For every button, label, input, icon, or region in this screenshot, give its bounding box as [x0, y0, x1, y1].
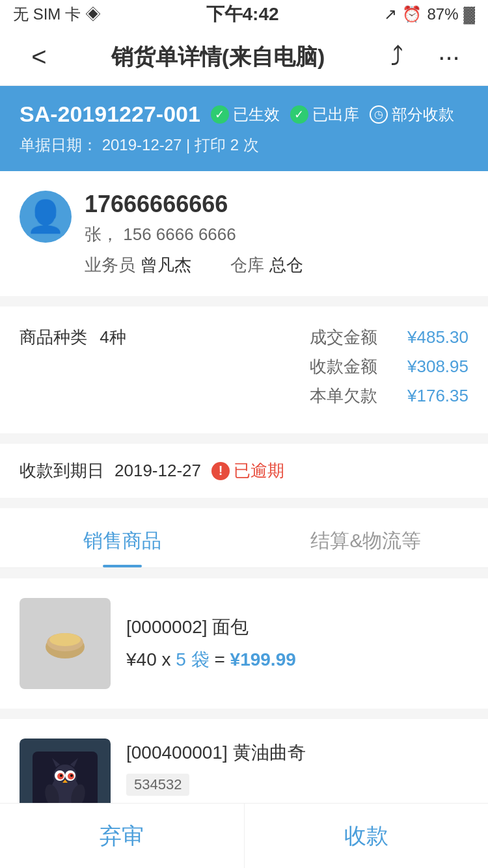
customer-id: 17666666666	[85, 191, 468, 218]
svg-point-2	[49, 633, 81, 646]
status-label-1: 已生效	[233, 104, 280, 125]
due-date-section: 收款到期日 2019-12-27 ! 已逾期	[0, 444, 488, 498]
tab-settlement-label: 结算&物流等	[310, 530, 421, 551]
status-label-2: 已出库	[312, 104, 359, 125]
deal-amount-row: 成交金额 ¥485.30	[310, 326, 468, 349]
deal-amount-value: ¥485.30	[390, 327, 468, 347]
battery-text: 87%	[427, 5, 458, 23]
svg-point-12	[60, 774, 62, 777]
avatar: 👤	[20, 191, 72, 243]
debt-value: ¥176.35	[390, 386, 468, 406]
nav-actions: ⤴ ···	[377, 42, 468, 72]
product-item: [0000002] 面包 ¥40 x 5 袋 = ¥199.99	[0, 578, 488, 709]
status-delivered: ✓ 已出库	[290, 104, 359, 125]
price-multiply-1: x	[162, 649, 176, 670]
due-date-value: 2019-12-27	[115, 461, 201, 481]
bread-icon	[39, 617, 91, 670]
price-value-1: ¥40	[126, 649, 157, 670]
price-equals-1: =	[214, 649, 230, 670]
check-icon-2: ✓	[290, 105, 308, 124]
salesperson-label: 业务员	[85, 254, 135, 277]
order-header: SA-20191227-001 ✓ 已生效 ✓ 已出库 ◷ 部分收款 单据日期：…	[0, 86, 488, 171]
battery-icon: ▓	[463, 5, 475, 23]
product-code-1: [0000002]	[126, 617, 208, 637]
stats-section: 商品种类 4种 成交金额 ¥485.30 收款金额 ¥308.95 本单欠款 ¥…	[0, 306, 488, 433]
alarm-icon: ⏰	[402, 5, 422, 23]
tab-settlement[interactable]: 结算&物流等	[244, 508, 488, 567]
salesperson-item: 业务员 曾凡杰	[85, 254, 191, 277]
status-label-3: 部分收款	[392, 104, 454, 125]
page-title: 销货单详情(来自电脑)	[111, 42, 325, 72]
warehouse-item: 仓库 总仓	[230, 254, 303, 277]
category-label: 商品种类	[20, 327, 87, 347]
cancel-button[interactable]: 弃审	[0, 804, 245, 868]
status-bar: 无 SIM 卡 ◈ 下午4:42 ↗ ⏰ 87% ▓	[0, 0, 488, 29]
customer-meta: 业务员 曾凡杰 仓库 总仓	[85, 254, 468, 277]
customer-section: 👤 17666666666 张， 156 6666 6666 业务员 曾凡杰 仓…	[0, 171, 488, 296]
status-time: 下午4:42	[206, 2, 279, 27]
date-label: 单据日期：	[20, 136, 98, 154]
order-date: 2019-12-27	[102, 136, 182, 154]
price-unit-1: 袋	[191, 649, 210, 670]
overdue-text: 已逾期	[234, 459, 284, 482]
overdue-badge: ! 已逾期	[211, 459, 284, 482]
status-partial: ◷ 部分收款	[370, 104, 454, 125]
tab-products-label: 销售商品	[83, 530, 161, 551]
avatar-icon: 👤	[26, 198, 65, 235]
receipt-amount-row: 收款金额 ¥308.95	[310, 355, 468, 378]
product-title-2: 黄油曲奇	[233, 742, 306, 763]
back-button[interactable]: <	[20, 42, 59, 72]
customer-name: 张，	[85, 224, 118, 244]
amount-info: 成交金额 ¥485.30 收款金额 ¥308.95 本单欠款 ¥176.35	[310, 326, 468, 414]
warehouse-label: 仓库	[230, 254, 264, 277]
product-sku-2: 534532	[126, 774, 189, 796]
tabs-section: 销售商品 结算&物流等	[0, 508, 488, 568]
status-right: ↗ ⏰ 87% ▓	[384, 5, 475, 23]
status-left: 无 SIM 卡 ◈	[13, 4, 101, 25]
status-effective: ✓ 已生效	[211, 104, 280, 125]
order-id: SA-20191227-001	[20, 102, 200, 127]
warehouse-name: 总仓	[269, 254, 303, 277]
svg-point-13	[70, 774, 73, 777]
location-icon: ↗	[384, 5, 397, 23]
product-thumbnail-1	[20, 598, 111, 689]
receipt-amount-label: 收款金额	[310, 355, 377, 378]
salesperson-name: 曾凡杰	[141, 254, 191, 277]
deal-amount-label: 成交金额	[310, 326, 377, 349]
customer-info: 17666666666 张， 156 6666 6666 业务员 曾凡杰 仓库 …	[85, 191, 468, 277]
sim-text: 无 SIM 卡 ◈	[13, 4, 101, 25]
product-name-1: [0000002] 面包	[126, 615, 468, 640]
product-info-1: [0000002] 面包 ¥40 x 5 袋 = ¥199.99	[126, 615, 468, 672]
category-info: 商品种类 4种	[20, 326, 126, 414]
order-date-row: 单据日期： 2019-12-27 | 打印 2 次	[20, 135, 468, 156]
customer-name-phone: 张， 156 6666 6666	[85, 223, 468, 246]
print-info: | 打印 2 次	[186, 136, 259, 154]
order-status-row: SA-20191227-001 ✓ 已生效 ✓ 已出库 ◷ 部分收款	[20, 102, 468, 127]
due-date-label: 收款到期日	[20, 459, 104, 482]
product-price-1: ¥40 x 5 袋 = ¥199.99	[126, 647, 468, 672]
price-qty-1: 5	[176, 649, 186, 670]
customer-phone-num: 156 6666 6666	[123, 224, 236, 244]
bottom-bar: 弃审 收款	[0, 803, 488, 868]
receipt-amount-value: ¥308.95	[390, 357, 468, 377]
price-total-1: ¥199.99	[230, 649, 296, 670]
overdue-icon: !	[211, 462, 230, 480]
more-button[interactable]: ···	[429, 42, 468, 72]
debt-row: 本单欠款 ¥176.35	[310, 385, 468, 407]
product-name-2: [000400001] 黄油曲奇	[126, 740, 468, 765]
nav-bar: < 销货单详情(来自电脑) ⤴ ···	[0, 29, 488, 86]
clock-icon: ◷	[370, 105, 388, 124]
debt-label: 本单欠款	[310, 385, 377, 407]
product-title-1: 面包	[212, 617, 249, 637]
bread-image	[20, 598, 111, 689]
tab-products[interactable]: 销售商品	[0, 508, 244, 567]
category-value: 4种	[100, 327, 126, 347]
product-code-2: [000400001]	[126, 742, 228, 763]
confirm-button[interactable]: 收款	[245, 804, 489, 868]
share-button[interactable]: ⤴	[377, 42, 416, 72]
check-icon-1: ✓	[211, 105, 229, 124]
